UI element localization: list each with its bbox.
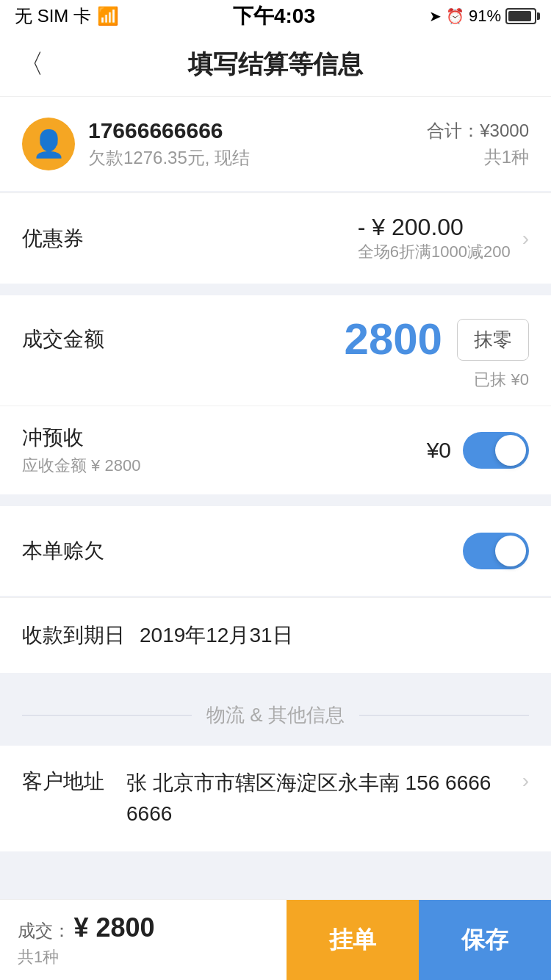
customer-phone: 17666666666 — [88, 118, 250, 143]
address-label: 客户地址 — [22, 768, 104, 796]
customer-right: 合计：¥3000 共1种 — [427, 119, 529, 169]
alarm-icon: ⏰ — [446, 7, 464, 25]
status-left: 无 SIM 卡 📶 — [15, 4, 119, 28]
due-date-label: 收款到期日 — [22, 621, 125, 649]
time-display: 下午4:03 — [233, 2, 315, 30]
credit-label: 本单赊欠 — [22, 537, 104, 565]
battery-icon — [505, 8, 536, 24]
customer-row: 👤 17666666666 欠款1276.35元, 现结 合计：¥3000 共1… — [0, 97, 551, 191]
separator-2 — [0, 494, 551, 506]
amount-row: 成交金额 2800 抹零 — [0, 295, 551, 369]
hang-order-button[interactable]: 挂单 — [287, 900, 419, 980]
coupon-right: - ¥ 200.00 全场6折满1000减200 › — [358, 214, 529, 263]
prepayment-label: 冲预收 — [22, 424, 140, 452]
wifi-icon: 📶 — [97, 6, 119, 26]
total-label: 合计：¥3000 — [427, 119, 529, 143]
bottom-summary: 成交： ¥ 2800 共1种 — [0, 912, 287, 968]
content: 👤 17666666666 欠款1276.35元, 现结 合计：¥3000 共1… — [0, 97, 551, 980]
amount-value: 2800 — [345, 317, 442, 361]
credit-toggle-knob — [495, 536, 526, 566]
prepayment-row: 冲预收 应收金额 ¥ 2800 ¥0 — [0, 406, 551, 494]
logistics-text: 物流 & 其他信息 — [206, 702, 345, 728]
carrier-text: 无 SIM 卡 — [15, 4, 91, 28]
separator-3 — [0, 673, 551, 685]
address-value: 张 北京市市辖区海淀区永丰南 156 6666 6666 — [126, 768, 515, 829]
save-button[interactable]: 保存 — [419, 900, 551, 980]
prepayment-toggle[interactable] — [463, 432, 529, 469]
status-bar: 无 SIM 卡 📶 下午4:03 ➤ ⏰ 91% — [0, 0, 551, 32]
logistics-line-left — [22, 715, 192, 716]
coupon-label: 优惠券 — [22, 225, 84, 253]
prepayment-sub: 应收金额 ¥ 2800 — [22, 455, 140, 477]
coupon-row[interactable]: 优惠券 - ¥ 200.00 全场6折满1000减200 › — [0, 192, 551, 284]
due-date-value: 2019年12月31日 — [140, 621, 293, 649]
total-count: 共1种 — [427, 145, 529, 169]
bottom-bar: 成交： ¥ 2800 共1种 挂单 保存 — [0, 899, 551, 980]
customer-sub: 欠款1276.35元, 现结 — [88, 146, 250, 170]
deal-label: 成交： — [18, 920, 71, 940]
amount-right: 2800 抹零 — [345, 317, 529, 361]
back-button[interactable]: 〈 — [18, 46, 44, 82]
customer-info: 17666666666 欠款1276.35元, 现结 — [88, 118, 250, 170]
prepayment-right: ¥0 — [427, 432, 529, 469]
credit-row: 本单赊欠 — [0, 506, 551, 596]
coupon-desc: 全场6折满1000减200 — [358, 241, 511, 263]
deal-count: 共1种 — [18, 946, 269, 968]
amount-sub: 已抹 ¥0 — [0, 369, 551, 406]
credit-toggle[interactable] — [463, 533, 529, 569]
logistics-separator: 物流 & 其他信息 — [0, 685, 551, 746]
coupon-discount: - ¥ 200.00 — [358, 214, 511, 241]
avatar: 👤 — [22, 118, 75, 170]
chevron-right-icon: › — [522, 227, 529, 251]
toggle-knob — [495, 435, 526, 466]
prepayment-amount: ¥0 — [427, 438, 451, 463]
deal-label-row: 成交： ¥ 2800 — [18, 912, 269, 943]
address-row[interactable]: 客户地址 张 北京市市辖区海淀区永丰南 156 6666 6666 › — [0, 746, 551, 851]
round-off-button[interactable]: 抹零 — [457, 319, 529, 361]
nav-bar: 〈 填写结算等信息 — [0, 32, 551, 97]
status-right: ➤ ⏰ 91% — [429, 7, 536, 26]
page-title: 填写结算等信息 — [188, 48, 363, 82]
form-section: 成交金额 2800 抹零 已抹 ¥0 冲预收 应收金额 ¥ 2800 ¥0 — [0, 295, 551, 494]
location-icon: ➤ — [429, 7, 442, 25]
amount-label: 成交金额 — [22, 325, 104, 353]
separator-1 — [0, 284, 551, 295]
address-right: 张 北京市市辖区海淀区永丰南 156 6666 6666 › — [126, 768, 529, 829]
customer-left: 👤 17666666666 欠款1276.35元, 现结 — [22, 118, 250, 170]
battery-percent: 91% — [469, 7, 501, 26]
due-date-row: 收款到期日 2019年12月31日 — [0, 597, 551, 673]
prepayment-left: 冲预收 应收金额 ¥ 2800 — [22, 424, 140, 477]
deal-amount: ¥ 2800 — [73, 912, 154, 943]
address-chevron-icon: › — [522, 769, 529, 793]
logistics-line-right — [359, 715, 529, 716]
